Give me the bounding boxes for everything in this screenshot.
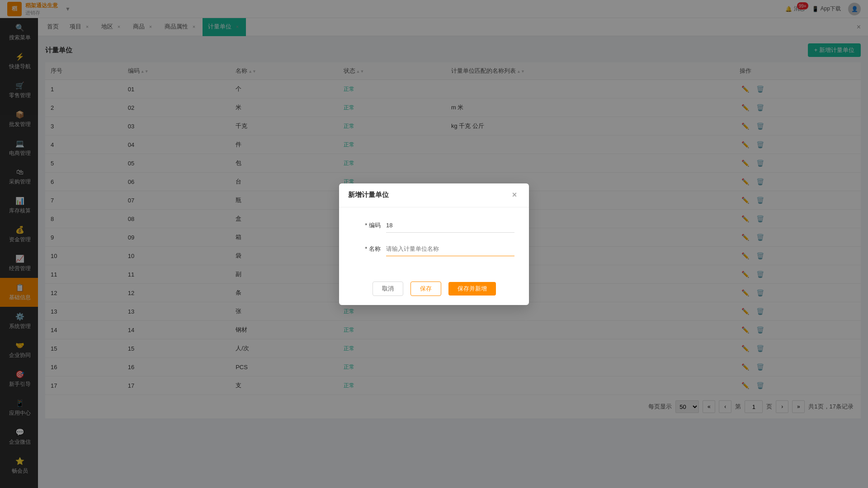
name-input[interactable]: [386, 242, 514, 256]
modal-close-button[interactable]: ×: [509, 190, 520, 201]
code-label: * 编码: [354, 221, 381, 230]
code-input[interactable]: [386, 218, 514, 233]
save-and-new-button[interactable]: 保存并新增: [448, 282, 496, 296]
add-uom-modal: 新增计量单位 × * 编码 * 名称 取消 保存 保存并新增: [339, 183, 529, 305]
save-button[interactable]: 保存: [410, 282, 441, 296]
modal-header: 新增计量单位 ×: [339, 183, 529, 207]
code-field-row: * 编码: [354, 218, 514, 233]
modal-body: * 编码 * 名称: [339, 207, 529, 276]
name-field-row: * 名称: [354, 242, 514, 256]
modal-overlay: 新增计量单位 × * 编码 * 名称 取消 保存 保存并新增: [0, 0, 868, 488]
cancel-button[interactable]: 取消: [373, 282, 403, 296]
modal-title: 新增计量单位: [348, 191, 389, 199]
modal-footer: 取消 保存 保存并新增: [339, 276, 529, 305]
name-label: * 名称: [354, 245, 381, 253]
